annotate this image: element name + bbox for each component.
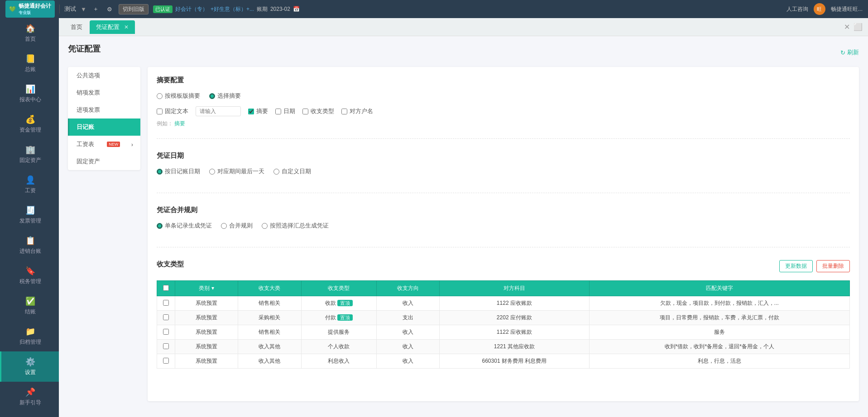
row-checkbox[interactable] — [163, 314, 169, 320]
sidebar-item-purchase[interactable]: 📋 进销台账 — [0, 230, 59, 261]
top-tag[interactable]: 置顶 — [337, 314, 353, 321]
table-row: 系统预置 收入其他 个人收款 收入 1221 其他应收款 收到*借款，收到*备用… — [157, 340, 850, 354]
sidebar-item-guide[interactable]: 📌 新手引导 — [0, 382, 59, 412]
radio-select-input[interactable] — [209, 93, 215, 99]
checkbox-fixed-text[interactable]: 固定文本 — [157, 107, 188, 115]
refresh-button[interactable]: ↻ 刷新 — [840, 48, 859, 57]
sidebar-item-settings[interactable]: ⚙️ 设置 — [0, 351, 59, 382]
sidebar-item-archive[interactable]: 📁 归档管理 — [0, 321, 59, 351]
row-checkbox-cell — [157, 296, 175, 311]
radio-single[interactable]: 单条记录生成凭证 — [157, 222, 212, 230]
radio-journal-date-input[interactable] — [157, 169, 163, 175]
checkbox-counterparty-input[interactable] — [341, 109, 347, 114]
checkbox-counterparty[interactable]: 对方户名 — [341, 107, 373, 115]
radio-custom-date-input[interactable] — [273, 169, 279, 175]
sub-nav-purchase-invoice[interactable]: 进项发票 — [68, 101, 140, 118]
checkbox-fixed-text-input[interactable] — [157, 109, 163, 114]
select-all-checkbox[interactable] — [163, 285, 169, 291]
batch-delete-button[interactable]: 批量删除 — [816, 260, 850, 272]
update-data-button[interactable]: 更新数据 — [779, 260, 813, 272]
radio-period-last-input[interactable] — [209, 169, 215, 175]
radio-merge[interactable]: 合并规则 — [221, 222, 253, 230]
sidebar-item-ledger[interactable]: 📒 总账 — [0, 48, 59, 79]
sidebar-label-closing: 结账 — [25, 308, 36, 316]
row-category: 系统预置 — [175, 354, 238, 369]
radio-single-input[interactable] — [157, 223, 163, 229]
settings-gear[interactable]: ⚙ — [105, 5, 114, 14]
sidebar-label-tax: 税务管理 — [19, 278, 41, 285]
home-icon: 🏠 — [25, 24, 35, 33]
certified-tag: 已认证 — [153, 5, 173, 13]
tab-close-all-button[interactable]: ✕ — [844, 23, 850, 31]
radio-merge-input[interactable] — [221, 223, 227, 229]
example-text: 例如： 摘要 — [157, 120, 850, 128]
row-category: 系统预置 — [175, 296, 238, 311]
refresh-label: 刷新 — [847, 48, 859, 57]
radio-template[interactable]: 按模板版摘要 — [157, 92, 200, 100]
good-biz-tag: +好生意（标）+... — [211, 5, 254, 13]
sidebar-item-assets[interactable]: 🏢 固定资产 — [0, 139, 59, 170]
sidebar-item-funds[interactable]: 💰 资金管理 — [0, 109, 59, 139]
topbar-right: 人工咨询 旺 畅捷通旺旺... — [786, 3, 863, 15]
sub-nav-payroll[interactable]: 工资表 NEW › — [68, 136, 140, 153]
merge-title: 凭证合并规则 — [157, 206, 850, 214]
tab-voucher-config[interactable]: 凭证配置 ✕ — [90, 20, 135, 34]
settings-icon: ⚙️ — [25, 357, 35, 367]
tab-home[interactable]: 首页 — [64, 20, 89, 34]
type-label: 收支类型 — [311, 107, 334, 115]
app-logo: 💚 畅捷通好会计 专业版 — [5, 0, 55, 18]
tab-bar: 首页 凭证配置 ✕ ✕ ⬜ — [59, 18, 868, 36]
radio-summary-input[interactable] — [262, 223, 268, 229]
salary-icon: 👤 — [25, 175, 35, 185]
row-checkbox[interactable] — [163, 358, 169, 364]
sidebar-label-assets: 固定资产 — [19, 156, 41, 164]
calendar-icon[interactable]: 📅 — [293, 6, 300, 12]
support-link[interactable]: 人工咨询 — [786, 5, 808, 13]
sidebar-item-tax[interactable]: 🔖 税务管理 — [0, 261, 59, 291]
row-checkbox[interactable] — [163, 343, 169, 349]
username: 畅捷通旺旺... — [831, 5, 863, 13]
radio-journal-date[interactable]: 按日记账日期 — [157, 167, 200, 175]
checkbox-date[interactable]: 日期 — [275, 107, 295, 115]
checkbox-type[interactable]: 收支类型 — [302, 107, 334, 115]
col-type: 收支类型 — [301, 281, 376, 296]
sidebar-item-member[interactable]: 💎 畅会员 — [0, 412, 59, 417]
row-direction: 收入 — [376, 325, 439, 340]
fixed-text-input[interactable] — [196, 106, 241, 116]
checkbox-abstract[interactable]: 摘要 — [248, 107, 268, 115]
radio-period-last[interactable]: 对应期间最后一天 — [209, 167, 264, 175]
checkbox-date-input[interactable] — [275, 109, 281, 114]
sub-nav-sales-invoice[interactable]: 销项发票 — [68, 84, 140, 101]
radio-template-input[interactable] — [157, 93, 163, 99]
example-prefix: 例如： — [157, 120, 173, 127]
sidebar-item-salary[interactable]: 👤 工资 — [0, 170, 59, 200]
top-tag[interactable]: 置顶 — [337, 300, 353, 306]
sidebar-item-closing[interactable]: ✅ 结账 — [0, 291, 59, 321]
sub-nav-public[interactable]: 公共选项 — [68, 67, 140, 84]
sub-nav-payroll-label: 工资表 — [77, 140, 94, 148]
tab-maximize-button[interactable]: ⬜ — [854, 23, 863, 31]
radio-custom-date[interactable]: 自定义日期 — [273, 167, 311, 175]
sidebar-item-reports[interactable]: 📊 报表中心 — [0, 79, 59, 109]
tab-close-icon[interactable]: ✕ — [124, 24, 129, 30]
payroll-arrow-icon: › — [131, 141, 133, 148]
add-button[interactable]: ＋ — [91, 4, 101, 14]
table-row: 系统预置 采购相关 付款 置顶 支出 2202 应付账款 项目，日常费用，报销款… — [157, 311, 850, 325]
switch-version-button[interactable]: 切到旧版 — [119, 4, 149, 14]
row-checkbox[interactable] — [163, 300, 169, 306]
row-subject: 2202 应付账款 — [440, 311, 590, 325]
summary-checkbox-row: 固定文本 摘要 日期 — [157, 106, 850, 116]
sidebar-item-home[interactable]: 🏠 首页 — [0, 18, 59, 48]
row-checkbox-cell — [157, 325, 175, 340]
tab-home-label: 首页 — [71, 24, 82, 30]
checkbox-type-input[interactable] — [302, 109, 308, 114]
avatar[interactable]: 旺 — [814, 3, 825, 15]
sidebar-item-invoice[interactable]: 🧾 发票管理 — [0, 200, 59, 230]
sub-nav-journal[interactable]: 日记账 — [68, 118, 140, 136]
radio-select[interactable]: 选择摘要 — [209, 92, 241, 100]
company-dropdown[interactable]: ▼ — [81, 6, 86, 13]
sub-nav-fixed-assets[interactable]: 固定资产 — [68, 153, 140, 170]
radio-summary[interactable]: 按照选择汇总生成凭证 — [262, 222, 329, 230]
checkbox-abstract-input[interactable] — [248, 109, 254, 114]
row-checkbox[interactable] — [163, 329, 169, 335]
